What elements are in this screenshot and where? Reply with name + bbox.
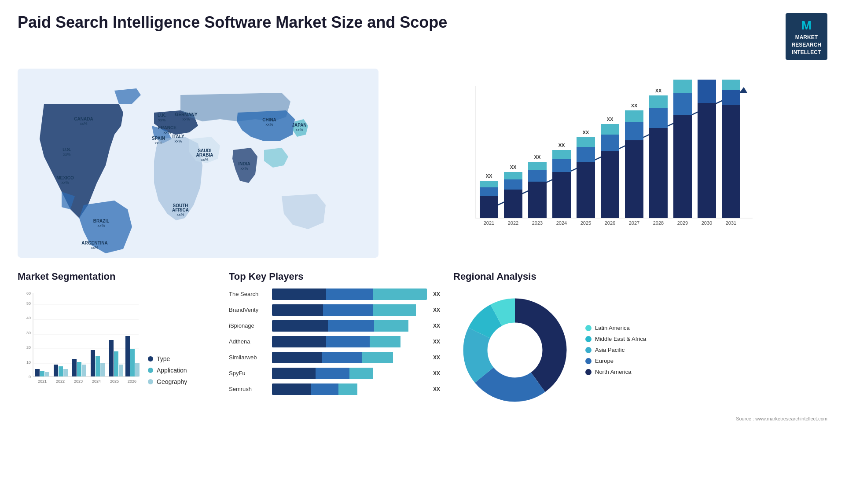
svg-text:XX: XX <box>655 88 662 93</box>
reg-label-asia-pacific: Asia Pacific <box>595 347 625 353</box>
player-row-6: SpyFu XX <box>229 368 440 379</box>
top-section: CANADA xx% U.S. xx% MEXICO xx% BRAZIL xx… <box>18 69 827 258</box>
svg-rect-44 <box>504 172 522 179</box>
reg-label-europe: Europe <box>595 358 614 364</box>
svg-text:xx%: xx% <box>295 128 303 132</box>
svg-text:XX: XX <box>583 130 589 135</box>
svg-text:xx%: xx% <box>182 117 190 121</box>
reg-label-mea: Middle East & Africa <box>595 336 646 342</box>
svg-rect-114 <box>72 359 77 376</box>
svg-rect-108 <box>45 372 49 376</box>
svg-rect-52 <box>552 172 571 218</box>
svg-rect-127 <box>130 349 135 376</box>
reg-dot-mea <box>585 336 592 342</box>
player-row-4: Adthena XX <box>229 336 440 347</box>
svg-text:40: 40 <box>26 316 31 320</box>
player-bar-2 <box>272 304 427 316</box>
player-name-2: BrandVerity <box>229 307 268 313</box>
reg-legend-asia-pacific: Asia Pacific <box>585 347 646 353</box>
legend-label-type: Type <box>157 355 170 362</box>
legend-label-application: Application <box>157 367 187 374</box>
svg-rect-49 <box>528 162 547 170</box>
svg-text:50: 50 <box>26 301 31 306</box>
segmentation-chart: 0 10 20 30 40 50 60 2021 <box>18 289 141 394</box>
svg-text:2022: 2022 <box>56 379 65 383</box>
legend-dot-geography <box>148 379 153 384</box>
donut-chart <box>453 289 577 412</box>
svg-rect-73 <box>649 108 668 128</box>
svg-rect-112 <box>63 369 68 376</box>
svg-text:U.S.: U.S. <box>62 147 71 152</box>
svg-text:xx%: xx% <box>61 180 69 185</box>
svg-text:2025: 2025 <box>580 220 591 226</box>
svg-text:GERMANY: GERMANY <box>175 112 197 117</box>
segmentation-title: Market Segmentation <box>18 271 216 282</box>
player-name-5: Similarweb <box>229 354 268 361</box>
svg-text:xx%: xx% <box>97 223 105 228</box>
svg-text:xx%: xx% <box>176 212 184 217</box>
svg-rect-42 <box>504 190 522 218</box>
svg-rect-90 <box>722 80 740 90</box>
logo: M MARKET RESEARCH INTELLECT <box>786 13 827 60</box>
svg-text:2024: 2024 <box>556 220 567 226</box>
svg-text:AFRICA: AFRICA <box>172 208 189 212</box>
reg-legend-north-america: North America <box>585 369 646 375</box>
svg-text:2021: 2021 <box>484 220 494 226</box>
svg-text:2031: 2031 <box>726 220 736 226</box>
svg-text:2026: 2026 <box>605 220 615 226</box>
svg-text:SPAIN: SPAIN <box>152 136 165 141</box>
svg-text:XX: XX <box>680 77 686 78</box>
svg-marker-36 <box>739 87 747 93</box>
regional-title: Regional Analysis <box>453 271 827 282</box>
svg-rect-62 <box>601 151 619 218</box>
svg-text:INDIA: INDIA <box>238 161 250 166</box>
svg-text:xx%: xx% <box>265 122 273 127</box>
svg-rect-89 <box>698 80 716 103</box>
player-name-4: Adthena <box>229 338 268 345</box>
player-bar-3 <box>272 320 427 332</box>
source-text: Source : www.marketresearchintellect.com <box>453 416 827 421</box>
svg-rect-47 <box>528 182 547 218</box>
svg-rect-106 <box>35 369 40 376</box>
regional-inner: Latin America Middle East & Africa Asia … <box>453 289 827 412</box>
svg-rect-82 <box>698 103 716 218</box>
player-val-5: XX <box>433 354 440 361</box>
svg-text:FRANCE: FRANCE <box>158 125 176 130</box>
svg-text:xx%: xx% <box>240 166 248 171</box>
svg-rect-126 <box>125 336 130 376</box>
svg-text:2030: 2030 <box>702 220 712 226</box>
svg-text:2025: 2025 <box>110 379 119 383</box>
svg-rect-107 <box>40 371 44 376</box>
player-bar-5 <box>272 352 427 363</box>
page-header: Paid Search Intelligence Software Market… <box>18 13 827 60</box>
svg-text:xx%: xx% <box>163 130 171 135</box>
player-val-4: XX <box>433 339 440 345</box>
player-name-1: The Search <box>229 291 268 297</box>
svg-text:2022: 2022 <box>508 220 518 226</box>
svg-rect-111 <box>59 366 63 376</box>
reg-dot-europe <box>585 358 592 364</box>
svg-text:CHINA: CHINA <box>262 117 276 122</box>
svg-text:2024: 2024 <box>92 379 101 383</box>
svg-rect-48 <box>528 170 547 182</box>
legend-application: Application <box>148 367 187 374</box>
svg-rect-72 <box>649 128 668 218</box>
svg-rect-43 <box>504 179 522 190</box>
player-val-6: XX <box>433 370 440 376</box>
svg-text:20: 20 <box>26 345 31 350</box>
legend-dot-application <box>148 368 153 373</box>
svg-text:XX: XX <box>510 164 517 170</box>
logo-line2: RESEARCH <box>792 42 821 48</box>
svg-text:JAPAN: JAPAN <box>292 123 306 128</box>
players-section: Top Key Players The Search XX BrandVerit… <box>229 271 440 421</box>
reg-dot-north-america <box>585 369 592 375</box>
svg-text:MEXICO: MEXICO <box>56 175 74 180</box>
legend-type: Type <box>148 355 187 362</box>
player-val-3: XX <box>433 323 440 329</box>
svg-text:2028: 2028 <box>653 220 664 226</box>
legend-geography: Geography <box>148 378 187 385</box>
reg-label-latin-america: Latin America <box>595 325 630 331</box>
bottom-section: Market Segmentation 0 10 20 30 40 50 60 <box>18 271 827 421</box>
svg-rect-63 <box>601 135 619 151</box>
svg-rect-110 <box>54 365 58 376</box>
